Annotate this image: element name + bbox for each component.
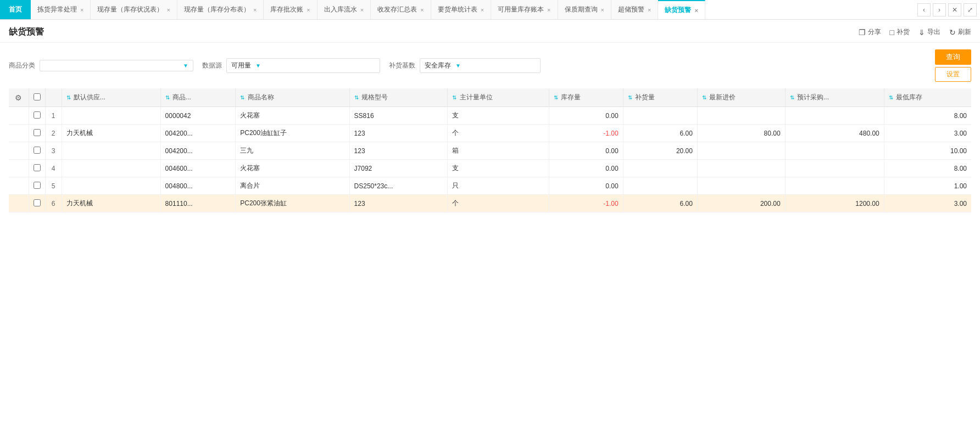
row-min-stock-2: 10.00: [884, 142, 971, 160]
tab-home-label: 首页: [9, 5, 22, 14]
tab-expand-btn[interactable]: ⤢: [964, 3, 977, 16]
datasource-select[interactable]: 可用量 ▼: [226, 58, 380, 73]
row-select-4[interactable]: [34, 182, 41, 189]
query-button[interactable]: 查询: [935, 49, 971, 65]
row-supplier-5: 力天机械: [62, 195, 160, 212]
tab-11-close[interactable]: ×: [694, 7, 698, 14]
tab-4-close[interactable]: ×: [307, 7, 310, 13]
row-name-0: 火花塞: [236, 107, 349, 125]
row-select-3[interactable]: [34, 164, 41, 171]
row-checkbox-5[interactable]: [29, 195, 45, 212]
replenish-btn[interactable]: □ 补货: [890, 27, 910, 37]
tab-4[interactable]: 库存批次账 ×: [264, 0, 317, 19]
row-select-2[interactable]: [34, 147, 41, 154]
tab-next-btn[interactable]: ›: [933, 3, 946, 16]
col-goods-code[interactable]: ⇅ 商品...: [160, 88, 236, 107]
tab-7-close[interactable]: ×: [481, 7, 484, 13]
row-checkbox-3[interactable]: [29, 160, 45, 177]
replenish-dropdown-icon: ▼: [455, 63, 461, 69]
tab-10-close[interactable]: ×: [648, 7, 651, 13]
tab-1[interactable]: 拣货异常处理 ×: [31, 0, 91, 19]
tab-3[interactable]: 现存量（库存分布表） ×: [177, 0, 264, 19]
tab-9-close[interactable]: ×: [601, 7, 604, 13]
tab-1-label: 拣货异常处理: [37, 5, 77, 14]
tab-5[interactable]: 出入库流水 ×: [318, 0, 371, 19]
tab-9[interactable]: 保质期查询 ×: [558, 0, 611, 19]
select-all-checkbox[interactable]: [34, 93, 41, 100]
col-replenish-qty[interactable]: ⇅ 补货量: [623, 88, 697, 107]
tab-2[interactable]: 现存量（库存状况表） ×: [91, 0, 177, 19]
col-checkbox[interactable]: [29, 88, 45, 107]
col-supplier-label: 默认供应...: [74, 93, 105, 101]
tab-4-label: 库存批次账: [270, 5, 303, 14]
row-latest-price-3: [697, 160, 785, 177]
tab-10[interactable]: 超储预警 ×: [611, 0, 658, 19]
tab-close-all-btn[interactable]: ✕: [948, 3, 961, 16]
tab-8[interactable]: 可用量库存账本 ×: [491, 0, 558, 19]
row-spec-0: SS816: [349, 107, 448, 125]
tab-1-close[interactable]: ×: [80, 7, 83, 13]
tab-home[interactable]: 首页: [0, 0, 31, 19]
row-checkbox-2[interactable]: [29, 142, 45, 160]
row-select-0[interactable]: [34, 111, 41, 119]
col-goods-code-label: 商品...: [172, 93, 191, 101]
tab-3-close[interactable]: ×: [253, 7, 257, 13]
row-select-5[interactable]: [34, 199, 41, 206]
row-checkbox-1[interactable]: [29, 125, 45, 142]
col-settings[interactable]: ⚙: [9, 88, 29, 107]
row-min-stock-5: 3.00: [884, 195, 971, 212]
tab-11[interactable]: 缺货预警 ×: [658, 0, 705, 19]
datasource-value: 可用量: [231, 61, 251, 70]
col-supplier[interactable]: ⇅ 默认供应...: [62, 88, 160, 107]
row-name-2: 三九: [236, 142, 349, 160]
share-btn[interactable]: ❐ 分享: [859, 27, 881, 37]
sort-icon-code: ⇅: [165, 94, 170, 100]
tab-5-close[interactable]: ×: [360, 7, 364, 13]
row-spec-5: 123: [349, 195, 448, 212]
col-latest-price[interactable]: ⇅ 最新进价: [697, 88, 785, 107]
datasource-label: 数据源: [202, 61, 222, 70]
refresh-label: 刷新: [958, 27, 971, 37]
row-checkbox-4[interactable]: [29, 177, 45, 195]
row-spec-1: 123: [349, 125, 448, 142]
row-select-1[interactable]: [34, 129, 41, 136]
row-checkbox-0[interactable]: [29, 107, 45, 125]
replenish-filter: 补货基数 安全库存 ▼: [389, 58, 541, 73]
refresh-btn[interactable]: ↻ 刷新: [949, 27, 971, 37]
col-unit[interactable]: ⇅ 主计量单位: [448, 88, 549, 107]
col-goods-name[interactable]: ⇅ 商品名称: [236, 88, 349, 107]
tab-7[interactable]: 要货单统计表 ×: [431, 0, 491, 19]
tab-6-close[interactable]: ×: [420, 7, 424, 13]
share-label: 分享: [868, 27, 881, 37]
filter-actions: 查询 设置: [935, 49, 971, 82]
replenish-select[interactable]: 安全库存 ▼: [420, 58, 541, 73]
row-code-5: 801110...: [160, 195, 236, 212]
col-stock[interactable]: ⇅ 库存量: [549, 88, 623, 107]
tab-8-close[interactable]: ×: [547, 7, 550, 13]
replenish-label: 补货基数: [389, 61, 415, 70]
row-unit-4: 只: [448, 177, 549, 195]
row-stock-1: -1.00: [549, 125, 623, 142]
sort-icon-unit: ⇅: [452, 94, 456, 100]
table-row: 5004800...离合片DS250*23c...只0.001.00: [9, 177, 971, 195]
row-name-3: 火花塞: [236, 160, 349, 177]
settings-button[interactable]: 设置: [935, 67, 971, 82]
tab-prev-btn[interactable]: ‹: [917, 3, 931, 16]
col-spec[interactable]: ⇅ 规格型号: [349, 88, 448, 107]
tab-bar: 首页 拣货异常处理 × 现存量（库存状况表） × 现存量（库存分布表） × 库存…: [0, 0, 980, 20]
row-code-4: 004800...: [160, 177, 236, 195]
col-replenish-qty-label: 补货量: [635, 93, 655, 101]
settings-gear-icon[interactable]: ⚙: [15, 93, 22, 102]
category-select[interactable]: ▼: [40, 60, 193, 71]
row-settings-3: [9, 160, 29, 177]
header-actions: ❐ 分享 □ 补货 ⇓ 导出 ↻ 刷新: [859, 27, 971, 37]
tab-6[interactable]: 收发存汇总表 ×: [371, 0, 431, 19]
row-unit-5: 个: [448, 195, 549, 212]
col-min-stock[interactable]: ⇅ 最低库存: [884, 88, 971, 107]
row-supplier-4: [62, 177, 160, 195]
row-latest-price-2: [697, 142, 785, 160]
col-latest-price-label: 最新进价: [709, 93, 736, 101]
export-btn[interactable]: ⇓ 导出: [918, 27, 940, 37]
tab-2-close[interactable]: ×: [166, 7, 170, 13]
col-estimated-purchase[interactable]: ⇅ 预计采购...: [785, 88, 884, 107]
